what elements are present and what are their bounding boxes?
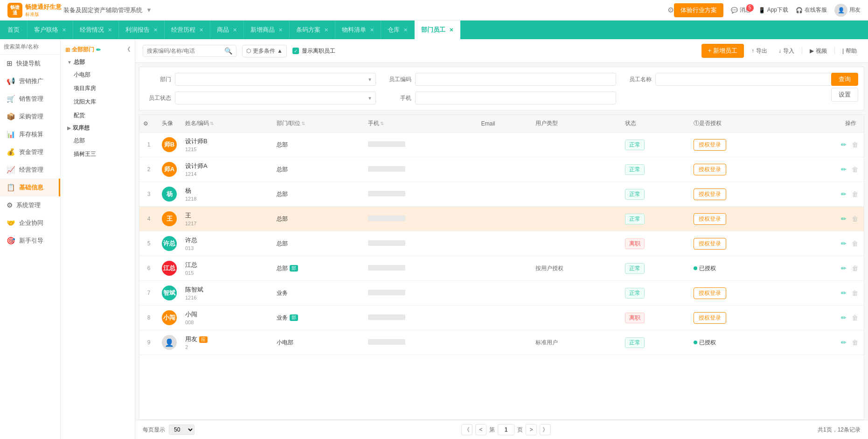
grant-login-btn[interactable]: 授权登录 — [694, 312, 726, 324]
edit-btn[interactable]: ✏ — [839, 165, 848, 174]
page-number-input[interactable] — [498, 424, 514, 435]
tab-dept-staff[interactable]: 部门员工 ✕ — [415, 21, 460, 39]
edit-btn[interactable]: ✏ — [839, 264, 848, 273]
grant-login-btn[interactable]: 授权登录 — [694, 188, 726, 200]
trial-btn[interactable]: 体验行业方案 — [674, 3, 723, 17]
edit-btn[interactable]: ✏ — [839, 214, 848, 223]
page-size-select[interactable]: 50 20 100 — [169, 425, 194, 435]
more-conditions-btn[interactable]: ⬡ 更多条件 ▲ — [242, 45, 287, 57]
tab-close-icon[interactable]: ✕ — [108, 27, 112, 33]
dept-item-xiaodian[interactable]: 小电部 — [61, 68, 135, 82]
prev-page-btn[interactable]: < — [475, 424, 486, 435]
search-input[interactable] — [147, 48, 222, 54]
app-download-btn[interactable]: 📱 App下载 — [758, 6, 788, 14]
help-btn[interactable]: | 帮助 — [839, 45, 861, 57]
tab-close-icon[interactable]: ✕ — [324, 27, 328, 33]
add-employee-btn[interactable]: + 新增员工 — [701, 44, 744, 58]
tab-close-icon[interactable]: ✕ — [199, 27, 203, 33]
col-phone[interactable]: 手机⇅ — [364, 115, 478, 132]
dept-group-general[interactable]: ▼ 总部 — [61, 56, 135, 68]
sidebar-item-guide[interactable]: 🎯 新手引导 — [0, 232, 60, 250]
tab-goods[interactable]: 商品 ✕ — [210, 21, 244, 39]
sidebar-item-sales[interactable]: 🛒 销售管理 — [0, 90, 60, 108]
edit-btn[interactable]: ✏ — [839, 239, 848, 248]
tab-home[interactable]: 首页 — [0, 21, 28, 39]
sidebar-item-system[interactable]: ⚙ 系统管理 — [0, 196, 60, 214]
delete-btn[interactable]: 🗑 — [850, 288, 860, 298]
user-profile[interactable]: 👤 用友 — [834, 4, 861, 17]
sidebar-item-purchase[interactable]: 📦 采购管理 — [0, 108, 60, 125]
tab-barcode[interactable]: 条码方案 ✕ — [290, 21, 335, 39]
online-service-btn[interactable]: 🎧 在线客服 — [796, 6, 827, 14]
dept-item-zongbu[interactable]: 总部 — [61, 134, 135, 147]
tab-close-icon[interactable]: ✕ — [233, 27, 237, 33]
emp-status-select[interactable] — [175, 91, 376, 105]
delete-btn[interactable]: 🗑 — [850, 189, 860, 199]
tab-warehouse[interactable]: 仓库 ✕ — [381, 21, 415, 39]
grant-login-btn[interactable]: 授权登录 — [694, 213, 726, 225]
col-dept-position[interactable]: 部门/职位⇅ — [273, 115, 364, 132]
sidebar-item-operations[interactable]: 📈 经营管理 — [0, 161, 60, 179]
phone-input[interactable] — [415, 91, 616, 105]
grant-login-btn[interactable]: 授权登录 — [694, 287, 726, 299]
last-page-btn[interactable]: 》 — [540, 424, 551, 435]
dept-collapse-icon[interactable]: 《 — [125, 46, 130, 54]
message-btn[interactable]: 💬 消息 5 — [731, 6, 751, 14]
edit-btn[interactable]: ✏ — [839, 338, 848, 347]
next-page-btn[interactable]: > — [526, 424, 537, 435]
search-submit-icon[interactable]: 🔍 — [224, 47, 232, 55]
search-btn[interactable]: 查询 — [831, 73, 858, 86]
col-settings[interactable]: ⚙ — [139, 115, 158, 132]
dept-select[interactable] — [175, 73, 376, 86]
tab-profit[interactable]: 经营情况 ✕ — [73, 21, 119, 39]
delete-btn[interactable]: 🗑 — [850, 165, 860, 174]
dept-edit-icon[interactable]: ✏ — [96, 47, 101, 53]
delete-btn[interactable]: 🗑 — [850, 338, 860, 347]
gear-icon[interactable]: ⚙ — [667, 6, 674, 14]
tab-close-icon[interactable]: ✕ — [370, 27, 374, 33]
tab-material[interactable]: 物料清单 ✕ — [335, 21, 381, 39]
tab-close-icon[interactable]: ✕ — [278, 27, 283, 33]
edit-btn[interactable]: ✏ — [839, 189, 848, 199]
sidebar-item-inventory[interactable]: 📊 库存核算 — [0, 125, 60, 143]
show-resigned-checkbox[interactable]: ✓ 显示离职员工 — [292, 47, 335, 55]
dept-item-shenyang[interactable]: 沈阳大库 — [61, 95, 135, 109]
delete-btn[interactable]: 🗑 — [850, 140, 860, 149]
dept-item-project[interactable]: 项目库房 — [61, 82, 135, 95]
edit-btn[interactable]: ✏ — [839, 288, 848, 298]
sidebar-item-marketing[interactable]: 📢 营销推广 — [0, 72, 60, 90]
edit-btn[interactable]: ✏ — [839, 140, 848, 149]
sidebar-item-finance[interactable]: 💰 资金管理 — [0, 143, 60, 161]
export-btn[interactable]: ↑ 导出 — [748, 45, 771, 57]
emp-code-input[interactable] — [415, 73, 616, 86]
tab-history[interactable]: 经营历程 ✕ — [165, 21, 210, 39]
sidebar-search-input[interactable] — [4, 43, 61, 50]
tab-close-icon[interactable]: ✕ — [403, 27, 408, 33]
delete-btn[interactable]: 🗑 — [850, 239, 860, 248]
tab-profit-report[interactable]: 利润报告 ✕ — [119, 21, 165, 39]
grant-login-btn[interactable]: 授权登录 — [694, 164, 726, 175]
dept-header[interactable]: ⊞ 全部部门 ✏ 《 — [61, 43, 135, 56]
sidebar-item-enterprise[interactable]: 🤝 企业协同 — [0, 214, 60, 232]
grant-login-btn[interactable]: 授权登录 — [694, 139, 726, 151]
dept-group-shuangxiang[interactable]: ▶ 双庠想 — [61, 122, 135, 134]
tab-close-icon[interactable]: ✕ — [449, 27, 453, 33]
sidebar-item-quick-nav[interactable]: ⊞ 快捷导航 — [0, 55, 60, 72]
tab-close-icon[interactable]: ✕ — [153, 27, 158, 33]
view-btn[interactable]: ▶ 视频 — [806, 45, 831, 57]
delete-btn[interactable]: 🗑 — [850, 313, 860, 322]
col-name-code[interactable]: 姓名/编码⇅ — [181, 115, 273, 132]
sidebar-item-basic-info[interactable]: 📋 基础信息 — [0, 179, 60, 196]
dept-item-peihu[interactable]: 配货 — [61, 109, 135, 122]
tab-add-goods[interactable]: 新增商品 ✕ — [244, 21, 290, 39]
delete-btn[interactable]: 🗑 — [850, 264, 860, 273]
dept-item-pucao[interactable]: 插树王三 — [61, 147, 135, 161]
edit-btn[interactable]: ✏ — [839, 313, 848, 322]
settings-btn[interactable]: 设置 — [831, 88, 858, 102]
tab-close-icon[interactable]: ✕ — [62, 27, 66, 33]
system-dropdown-icon[interactable]: ▼ — [146, 7, 152, 14]
import-btn[interactable]: ↓ 导入 — [775, 45, 798, 57]
first-page-btn[interactable]: 《 — [461, 424, 472, 435]
grant-login-btn[interactable]: 授权登录 — [694, 238, 726, 250]
tab-customer[interactable]: 客户联络 ✕ — [28, 21, 73, 39]
